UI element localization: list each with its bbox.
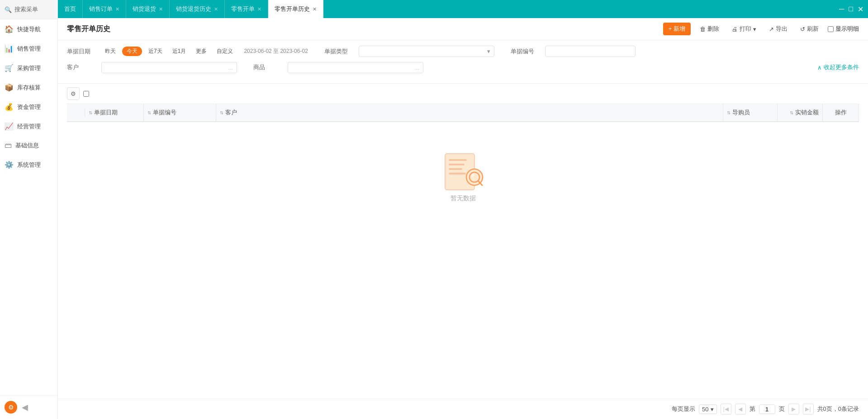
sidebar-item-label: 系统管理 [17,161,41,169]
page-first-button[interactable]: |◀ [721,404,731,414]
per-page-select[interactable]: 50 ▾ [699,405,716,414]
sidebar-search[interactable]: 🔍 搜索采单 [0,0,57,19]
tab-sales-return-history-close[interactable]: ✕ [214,6,218,12]
page-label: 第 [749,405,755,413]
archive-icon: 🗃 [5,141,12,150]
sidebar-item-quick-nav[interactable]: 🏠 快捷导航 [0,19,57,39]
chart-icon: 📊 [5,44,14,53]
date-btn-custom[interactable]: 自定义 [213,47,237,56]
th-date-label: 单据日期 [94,108,118,117]
total-text: 共0页，0条记录 [817,405,859,413]
table-settings-button[interactable]: ⚙ [67,87,80,100]
sort-icon-amount: ⇅ [790,110,793,115]
doc-type-select[interactable]: ▾ [359,46,494,57]
th-guide[interactable]: ⇅ 导购员 [723,104,778,121]
sidebar-item-finance[interactable]: 💰 资金管理 [0,97,57,117]
th-action: 操作 [823,104,859,121]
page-last-button[interactable]: ▶| [803,404,814,414]
doc-number-label: 单据编号 [511,47,538,56]
page-next-button[interactable]: ▶ [788,404,799,414]
customer-label: 客户 [67,63,94,71]
svg-rect-1 [449,159,467,161]
tab-sales-return-label: 销货退货 [133,5,156,13]
refresh-button[interactable]: ↺ 刷新 [797,23,822,35]
sidebar-item-label: 销售管理 [17,45,41,53]
sort-icon-customer: ⇅ [220,110,223,115]
svg-rect-4 [449,173,466,174]
th-date[interactable]: ⇅ 单据日期 [85,104,144,121]
th-action-label: 操作 [835,108,847,117]
th-customer[interactable]: ⇅ 客户 [216,104,723,121]
date-filter-buttons: 昨天 今天 近7天 近1月 更多 自定义 [101,47,237,56]
tab-minimize-button[interactable]: ─ [839,5,844,13]
sidebar-item-purchase-mgmt[interactable]: 🛒 采购管理 [0,58,57,78]
sidebar-item-label: 基础信息 [15,141,39,150]
tab-sales-order-close[interactable]: ✕ [115,6,119,12]
tab-sales-order[interactable]: 销售订单 ✕ [83,0,126,18]
sidebar-item-label: 资金管理 [17,103,41,111]
print-button[interactable]: 🖨 打印 ▾ [728,23,760,35]
tab-sales-return-close[interactable]: ✕ [159,6,163,12]
customer-input[interactable]: ... [101,62,237,73]
sidebar-search-label: 搜索采单 [14,5,38,14]
svg-point-8 [471,174,474,177]
svg-rect-3 [449,168,462,170]
per-page-label: 每页显示 [672,405,695,413]
th-number[interactable]: ⇅ 单据编号 [144,104,216,121]
tab-maximize-button[interactable]: □ [849,5,853,13]
sidebar-item-sys-mgmt[interactable]: ⚙️ 系统管理 [0,155,57,174]
show-detail-checkbox[interactable] [828,26,834,32]
date-btn-1month[interactable]: 近1月 [169,47,190,56]
doc-type-label: 单据类型 [324,47,351,56]
page-prev-button[interactable]: ◀ [735,404,746,414]
tab-retail-open-close[interactable]: ✕ [257,6,261,12]
select-all-checkbox[interactable] [83,91,89,97]
home-icon: 🏠 [5,25,14,33]
svg-rect-2 [449,164,465,165]
sidebar-item-inventory[interactable]: 📦 库存核算 [0,78,57,97]
date-btn-more[interactable]: 更多 [192,47,210,56]
print-dropdown-icon: ▾ [753,26,756,33]
show-detail-wrapper: 显示明细 [828,25,859,33]
chevron-up-icon: ∧ [817,64,822,71]
th-amount[interactable]: ⇅ 实销金额 [778,104,823,121]
delete-button[interactable]: 🗑 删除 [696,23,723,35]
doc-number-input[interactable] [545,46,636,57]
page-header: 零售开单历史 + 新增 🗑 删除 🖨 打印 ▾ ↗ 导出 ↺ [58,18,868,40]
gear-icon: ⚙️ [5,160,14,169]
date-btn-today[interactable]: 今天 [122,47,142,56]
pagination: 每页显示 50 ▾ |◀ ◀ 第 页 ▶ ▶| 共0页，0条记录 [58,399,868,419]
sidebar-item-operations[interactable]: 📈 经营管理 [0,117,57,136]
collapse-sidebar-button[interactable]: ◀ [22,402,28,412]
tab-retail-history[interactable]: 零售开单历史 ✕ [268,0,323,18]
refresh-icon: ↺ [800,26,805,33]
date-btn-7days[interactable]: 近7天 [145,47,166,56]
delete-icon: 🗑 [700,26,706,33]
page-number-input[interactable] [759,405,775,414]
settings-button[interactable]: ⚙ [5,401,17,414]
export-button[interactable]: ↗ 导出 [765,23,791,35]
sort-icon-number: ⇅ [147,110,151,115]
empty-illustration [436,149,490,194]
sidebar-item-base-info[interactable]: 🗃 基础信息 [0,136,57,155]
tab-close-button[interactable]: ✕ [858,5,863,14]
tab-sales-return-history-label: 销货退货历史 [176,5,211,13]
collapse-button[interactable]: ∧ 收起更多条件 [817,61,859,73]
search-icon: 🔍 [5,6,12,13]
tab-sales-return[interactable]: 销货退货 ✕ [126,0,170,18]
goods-input[interactable]: ... [288,62,423,73]
sidebar-item-label: 快捷导航 [17,25,41,33]
tabs-bar: 首页 销售订单 ✕ 销货退货 ✕ 销货退货历史 ✕ 零售开单 ✕ 零售开单历史 … [58,0,868,18]
sidebar-item-sales-mgmt[interactable]: 📊 销售管理 [0,39,57,58]
tab-sales-return-history[interactable]: 销货退货历史 ✕ [170,0,225,18]
sidebar-item-label: 经营管理 [17,122,41,131]
trend-icon: 📈 [5,122,14,131]
date-btn-yesterday[interactable]: 昨天 [101,47,119,56]
tab-retail-open[interactable]: 零售开单 ✕ [225,0,268,18]
tab-home[interactable]: 首页 [58,0,83,18]
add-button[interactable]: + 新增 [663,23,691,35]
th-customer-label: 客户 [225,108,237,117]
tab-retail-history-close[interactable]: ✕ [313,6,317,12]
page-title: 零售开单历史 [67,24,110,34]
box-icon: 📦 [5,83,14,92]
